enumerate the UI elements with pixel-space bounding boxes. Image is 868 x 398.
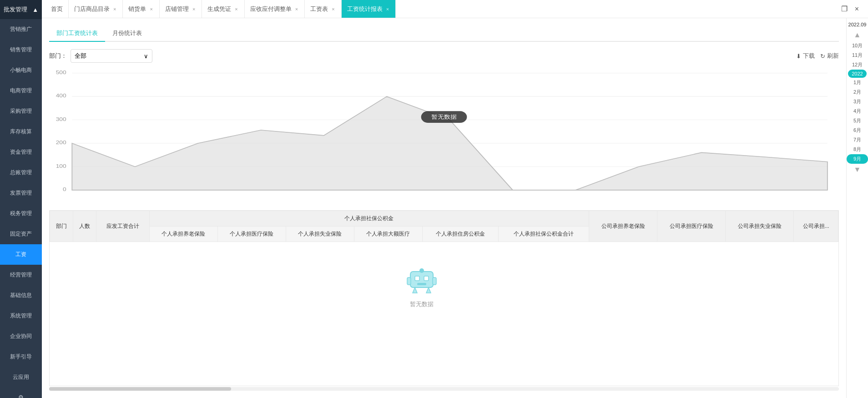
tab-receivable[interactable]: 应收应付调整单× [245,0,305,18]
timeline-month-11[interactable]: 11月 [847,50,868,60]
tabbar-end: ❐ × [836,4,864,14]
sidebar-item-xitong[interactable]: 系统管理 [0,306,42,326]
th-personal-total: 个人承担社保公积金合计 [498,227,589,242]
restore-window-button[interactable]: ❐ [839,4,849,14]
sidebar-toggle-icon: ▲ [32,6,38,13]
chevron-down-icon: ∨ [144,53,148,60]
th-personal-pension: 个人承担养老保险 [149,227,217,242]
scroll-thumb[interactable] [49,387,231,391]
tab-close-sales-order[interactable]: × [149,6,153,12]
chart-container: 500 400 300 200 100 0 [49,68,839,205]
dept-select[interactable]: 全部 ∨ [71,49,152,63]
sidebar-item-jingying[interactable]: 经营管理 [0,265,42,285]
timeline-up-button[interactable]: ▲ [852,29,863,41]
close-window-button[interactable]: × [853,4,861,14]
sidebar-item-gudingzichan[interactable]: 固定资产 [0,224,42,244]
timeline-year-2022[interactable]: 2022 [848,70,866,78]
timeline-month-5[interactable]: 5月 [847,116,868,126]
dept-label: 部门： [49,52,67,60]
tab-close-payroll-report[interactable]: × [385,6,390,12]
sidebar-item-dianshanggauli[interactable]: 电商管理 [0,81,42,101]
sidebar-item-ziijingauli[interactable]: 资金管理 [0,142,42,162]
timeline-month-1[interactable]: 1月 [847,78,868,87]
download-icon: ⬇ [796,53,801,60]
th-company-medical: 公司承担医疗保险 [657,211,726,242]
svg-text:暂无数据: 暂无数据 [431,114,457,120]
refresh-button[interactable]: ↻ 刷新 [820,52,839,60]
sidebar-item-qiyexietong[interactable]: 企业协同 [0,326,42,347]
timeline-month-10-2021[interactable]: 10月 [847,41,868,50]
tab-close-store-catalog[interactable]: × [112,6,117,12]
timeline-down-button[interactable]: ▼ [852,164,863,176]
timeline-current: 2022.09 [848,20,868,29]
table-scroll-bar[interactable] [49,387,839,391]
sub-tab-bar: 部门工资统计表月份统计表 [49,25,839,42]
sidebar-item-xiaoshou[interactable]: 销售管理 [0,40,42,60]
sidebar-item-shuiwugauli[interactable]: 税务管理 [0,203,42,224]
sidebar-title: 批发管理 [4,5,27,14]
table-no-data-row: 暂无数据 [50,242,838,327]
table-container[interactable]: 部门 人数 应发工资合计 个人承担社保公积金 公司承担养老保险 公司承担医疗保险… [49,210,839,386]
tab-label-sales-order: 销货单 [128,5,146,13]
tab-store-catalog[interactable]: 门店商品目录× [69,0,123,18]
tab-store-mgmt[interactable]: 店铺管理× [160,0,202,18]
timeline-month-8[interactable]: 8月 [847,145,868,154]
timeline-month-4[interactable]: 4月 [847,106,868,116]
download-button[interactable]: ⬇ 下载 [796,52,815,60]
tab-label-receivable: 应收应付调整单 [250,5,292,13]
svg-text:0: 0 [63,186,66,192]
tab-close-produce-voucher[interactable]: × [234,6,238,12]
sub-tab-dept-stat[interactable]: 部门工资统计表 [49,25,105,42]
download-label: 下载 [803,52,815,60]
sidebar-item-xiaochangdianshang[interactable]: 小畅电商 [0,60,42,81]
tab-bar: 首页门店商品目录×销货单×店铺管理×生成凭证×应收应付调整单×工资表×工资统计报… [42,0,868,18]
sidebar-item-yingxiao[interactable]: 营销推广 [0,19,42,40]
timeline-month-6[interactable]: 6月 [847,126,868,135]
sidebar-item-xinshouyindao[interactable]: 新手引导 [0,347,42,367]
sidebar-item-caigougauli[interactable]: 采购管理 [0,101,42,121]
svg-rect-18 [417,283,426,285]
timeline-month-12[interactable]: 12月 [847,60,868,70]
svg-text:200: 200 [56,139,66,146]
tab-label-store-catalog: 门店商品目录 [74,5,110,13]
tab-payroll-report[interactable]: 工资统计报表× [342,0,396,18]
timeline-month-7[interactable]: 7月 [847,135,868,145]
timeline-month-3[interactable]: 3月 [847,97,868,106]
sidebar-footer[interactable]: ⚙ [0,388,42,398]
th-personal-housing: 个人承担住房公积金 [422,227,498,242]
sidebar-header[interactable]: 批发管理 ▲ [0,0,42,19]
no-data-text: 暂无数据 [410,300,434,308]
tab-produce-voucher[interactable]: 生成凭证× [202,0,244,18]
sidebar: 批发管理 ▲ 营销推广销售管理小畅电商电商管理采购管理库存核算资金管理总账管理发… [0,0,42,398]
dept-select-value: 全部 [75,52,86,60]
timeline-month-2[interactable]: 2月 [847,87,868,97]
refresh-icon: ↻ [820,53,825,60]
chart-svg: 500 400 300 200 100 0 [49,68,839,205]
th-company-unemployment: 公司承担失业保险 [726,211,794,242]
th-personal-group: 个人承担社保公积金 [149,211,589,227]
svg-text:100: 100 [56,163,66,169]
tab-sales-order[interactable]: 销货单× [123,0,159,18]
th-salary: 应发工资合计 [96,211,149,242]
sidebar-item-fapiaogauli[interactable]: 发票管理 [0,183,42,203]
tab-close-receivable[interactable]: × [294,6,299,12]
tab-list: 首页门店商品目录×销货单×店铺管理×生成凭证×应收应付调整单×工资表×工资统计报… [45,0,396,18]
no-data-icon [404,260,440,297]
th-personal-medical: 个人承担医疗保险 [217,227,286,242]
tab-close-store-mgmt[interactable]: × [192,6,196,12]
tab-home[interactable]: 首页 [45,0,69,18]
sidebar-item-zhongzhanggauli[interactable]: 总账管理 [0,162,42,183]
svg-text:300: 300 [56,116,66,122]
svg-rect-22 [433,277,436,285]
dept-filter: 部门： 全部 ∨ [49,49,152,63]
tab-payroll[interactable]: 工资表× [305,0,341,18]
sub-tab-month-stat[interactable]: 月份统计表 [105,25,149,42]
tab-label-payroll-report: 工资统计报表 [347,5,383,13]
sidebar-item-gongzi[interactable]: 工资 [0,244,42,265]
sidebar-item-kucunhesuan[interactable]: 库存核算 [0,121,42,142]
timeline-month-9[interactable]: 9月 [847,154,868,164]
sidebar-item-yunyingyong[interactable]: 云应用 [0,367,42,388]
tab-label-produce-voucher: 生成凭证 [207,5,231,13]
tab-close-payroll[interactable]: × [331,6,335,12]
sidebar-item-jichuxinxi[interactable]: 基础信息 [0,285,42,306]
